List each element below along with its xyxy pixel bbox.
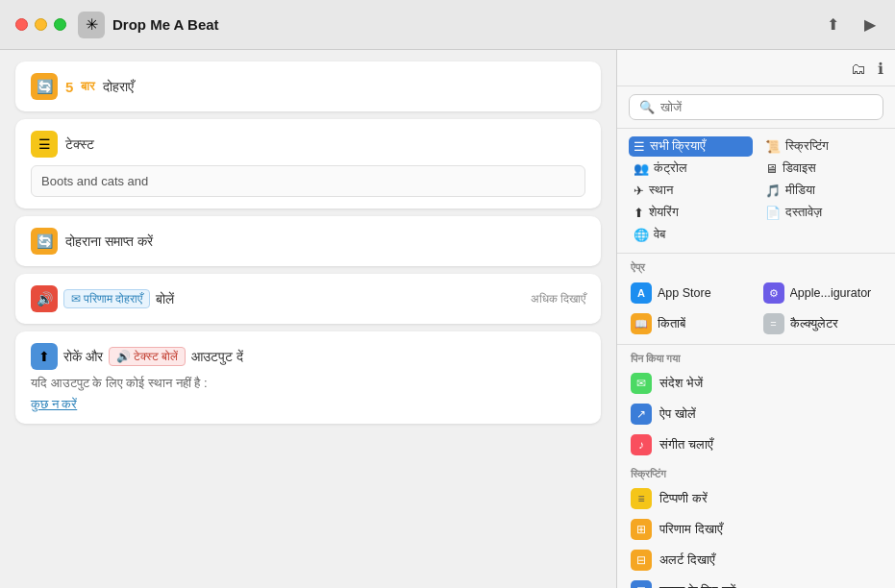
- text-card-header: ☰ टेक्स्ट: [31, 131, 585, 158]
- appstore-label: App Store: [658, 286, 711, 300]
- list-item-play-music[interactable]: ♪ संगीत चलाएँ: [617, 429, 895, 460]
- appstore-item[interactable]: A App Store: [625, 279, 756, 307]
- info-button[interactable]: ℹ: [878, 60, 883, 78]
- scripting-icon: 📜: [765, 139, 781, 154]
- repeat-card: 🔄 5 बार दोहराएँ: [15, 61, 601, 111]
- output-card: ⬆ रोकें और 🔊 टेक्स्ट बोलें आउटपुट दें यद…: [15, 331, 601, 424]
- end-repeat-icon: 🔄: [31, 228, 58, 255]
- output-token-icon: 🔊: [116, 350, 131, 363]
- show-result-label: परिणाम दिखाएँ: [659, 522, 723, 537]
- devices-icon: 🖥: [765, 161, 778, 176]
- all-icon: ☰: [634, 139, 645, 154]
- list-item-comment[interactable]: ≡ टिप्पणी करें: [617, 483, 895, 514]
- speak-card: 🔊 ✉ परिणाम दोहराएँ बोलें अधिक दिखाएँ: [15, 274, 601, 324]
- category-docs[interactable]: 📄 दस्तावेज़: [760, 203, 884, 223]
- search-wrapper: 🔍: [629, 94, 883, 120]
- search-bar: 🔍: [617, 86, 895, 129]
- calculator-label: कैल्क्युलेटर: [790, 317, 838, 331]
- speak-icon: 🔊: [31, 285, 58, 312]
- output-token[interactable]: 🔊 टेक्स्ट बोलें: [109, 347, 186, 366]
- traffic-lights: [15, 18, 66, 31]
- main-layout: 🔄 5 बार दोहराएँ ☰ टेक्स्ट Boots and cats…: [0, 50, 895, 588]
- web-icon: 🌐: [634, 228, 649, 242]
- right-panel: 🗂 ℹ 🔍 ☰ सभी क्रियाएँ 📜 स्क्रिप्टिंग 👥 कं…: [616, 50, 895, 588]
- app-icon: ✳: [78, 12, 105, 38]
- stop-label: रोकें और: [63, 349, 103, 365]
- minimize-button[interactable]: [35, 18, 47, 31]
- category-devices[interactable]: 🖥 डिवाइस: [760, 159, 884, 179]
- play-music-label: संगीत चलाएँ: [659, 437, 713, 453]
- open-app-label: ऐप खोलें: [659, 406, 696, 422]
- add-category-button[interactable]: 🗂: [851, 61, 866, 78]
- end-repeat-title: दोहराना समाप्त करें: [65, 233, 153, 250]
- right-list: ऐप्र A App Store ⚙ Apple...igurator 📖 कि…: [617, 254, 895, 588]
- repeat-card-header: 🔄 5 बार दोहराएँ: [31, 73, 585, 100]
- location-icon: ✈: [634, 184, 644, 198]
- output-card-header: ⬆ रोकें और 🔊 टेक्स्ट बोलें आउटपुट दें: [31, 343, 585, 370]
- speak-token[interactable]: ✉ परिणाम दोहराएँ: [63, 289, 150, 308]
- list-item-show-alert[interactable]: ⊟ अलर्ट दिखाएँ: [617, 545, 895, 576]
- category-location[interactable]: ✈ स्थान: [629, 181, 753, 201]
- show-alert-label: अलर्ट दिखाएँ: [659, 552, 715, 568]
- comment-icon: ≡: [631, 488, 652, 509]
- list-item-open-app[interactable]: ↗ ऐप खोलें: [617, 399, 895, 429]
- show-result-icon: ⊞: [631, 519, 652, 540]
- repeat-action: दोहराएँ: [103, 79, 134, 95]
- list-item-ask-input[interactable]: ⊡ इनपुट के लिए पूछें: [617, 576, 895, 588]
- list-item-show-result[interactable]: ⊞ परिणाम दिखाएँ: [617, 514, 895, 545]
- sharing-icon: ⬆: [634, 206, 644, 220]
- books-icon: 📖: [631, 313, 652, 334]
- pinned-section-label: पिन किया गया: [617, 345, 895, 368]
- books-label: किताबें: [658, 317, 685, 331]
- category-web-label: वेब: [654, 228, 665, 242]
- play-music-icon: ♪: [631, 434, 652, 455]
- category-sharing[interactable]: ⬆ शेयरिंग: [629, 203, 753, 223]
- do-nothing-link[interactable]: कुछ न करें: [31, 397, 77, 411]
- speak-card-header: 🔊 ✉ परिणाम दोहराएँ बोलें अधिक दिखाएँ: [31, 285, 585, 312]
- category-media[interactable]: 🎵 मीडिया: [760, 181, 884, 201]
- calculator-item[interactable]: = कैल्क्युलेटर: [758, 309, 888, 338]
- text-card-title: टेक्स्ट: [65, 136, 94, 153]
- fullscreen-button[interactable]: [54, 18, 66, 31]
- send-msg-icon: ✉: [631, 373, 652, 394]
- list-item-send-msg[interactable]: ✉ संदेश भेजें: [617, 368, 895, 399]
- speak-token-icon: ✉: [71, 292, 81, 306]
- category-docs-label: दस्तावेज़: [785, 206, 822, 220]
- right-header: 🗂 ℹ: [617, 50, 895, 86]
- ask-input-label: इनपुट के लिए पूछें: [659, 583, 735, 588]
- speak-action: बोलें: [156, 291, 174, 307]
- apps-section: ऐप्र A App Store ⚙ Apple...igurator 📖 कि…: [617, 254, 895, 345]
- apps-grid: A App Store ⚙ Apple...igurator 📖 किताबें…: [617, 277, 895, 340]
- category-media-label: मीडिया: [785, 184, 815, 198]
- categories-grid: ☰ सभी क्रियाएँ 📜 स्क्रिप्टिंग 👥 कंट्रोल …: [617, 129, 895, 254]
- apple-config-label: Apple...igurator: [790, 286, 872, 300]
- docs-icon: 📄: [765, 206, 781, 220]
- play-button[interactable]: ▶: [860, 12, 880, 37]
- comment-label: टिप्पणी करें: [659, 491, 708, 506]
- apple-config-icon: ⚙: [763, 282, 784, 304]
- category-control[interactable]: 👥 कंट्रोल: [629, 159, 753, 179]
- text-card-body[interactable]: Boots and cats and: [31, 165, 585, 197]
- books-item[interactable]: 📖 किताबें: [625, 309, 756, 338]
- text-icon: ☰: [31, 131, 58, 158]
- category-all[interactable]: ☰ सभी क्रियाएँ: [629, 136, 753, 157]
- app-title: Drop Me A Beat: [112, 16, 823, 33]
- open-app-icon: ↗: [631, 404, 652, 425]
- share-button[interactable]: ⬆: [823, 12, 843, 37]
- category-scripting[interactable]: 📜 स्क्रिप्टिंग: [760, 136, 884, 157]
- repeat-icon: 🔄: [31, 73, 58, 100]
- ask-input-icon: ⊡: [631, 580, 652, 588]
- category-scripting-label: स्क्रिप्टिंग: [785, 139, 829, 154]
- speak-more-link[interactable]: अधिक दिखाएँ: [531, 292, 585, 306]
- repeat-unit: बार: [81, 79, 95, 94]
- close-button[interactable]: [15, 18, 28, 31]
- apple-config-item[interactable]: ⚙ Apple...igurator: [758, 279, 888, 307]
- search-input[interactable]: [660, 100, 873, 114]
- send-msg-label: संदेश भेजें: [659, 376, 703, 391]
- category-control-label: कंट्रोल: [654, 161, 687, 176]
- category-web[interactable]: 🌐 वेब: [629, 225, 753, 245]
- calculator-icon: =: [763, 313, 784, 334]
- end-repeat-header: 🔄 दोहराना समाप्त करें: [31, 228, 585, 255]
- end-repeat-card: 🔄 दोहराना समाप्त करें: [15, 216, 601, 266]
- media-icon: 🎵: [765, 184, 781, 198]
